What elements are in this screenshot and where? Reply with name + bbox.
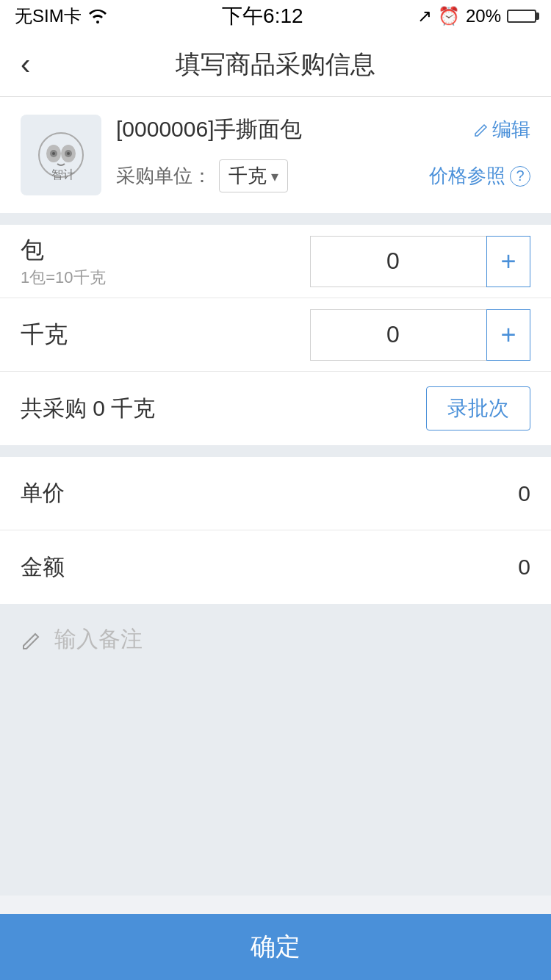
kg-input-row: 千克 +	[0, 298, 551, 372]
battery-percent: 20%	[466, 6, 501, 26]
amount-row: 金额 0	[0, 530, 551, 604]
back-button[interactable]: ‹	[21, 48, 30, 81]
status-bar: 无SIM卡 下午6:12 ↗ ⏰ 20%	[0, 0, 551, 32]
product-image: 智计	[21, 115, 101, 195]
bottom-area	[0, 675, 551, 896]
unit-price-label: 单价	[21, 478, 65, 508]
alarm-icon: ⏰	[438, 6, 460, 26]
edit-icon	[473, 122, 489, 138]
product-name-row: [0000006]手撕面包 编辑	[116, 115, 530, 145]
unit-select[interactable]: 千克 ▾	[219, 159, 288, 192]
product-logo: 智计	[32, 126, 90, 184]
kg-plus-button[interactable]: +	[486, 309, 530, 361]
status-time: 下午6:12	[222, 2, 303, 30]
confirm-button-label: 确定	[251, 930, 300, 964]
location-icon: ↗	[417, 6, 432, 26]
carrier-text: 无SIM卡	[15, 4, 82, 28]
unit-label: 采购单位：	[116, 163, 212, 189]
bag-label: 包 1包=10千克	[21, 234, 109, 289]
remark-input[interactable]: 输入备注	[54, 624, 143, 655]
kg-label: 千克	[21, 319, 109, 351]
unit-price-row: 单价 0	[0, 457, 551, 530]
edit-button[interactable]: 编辑	[473, 117, 530, 143]
bag-input-right: +	[109, 236, 530, 287]
total-row: 共采购 0 千克 录批次	[0, 372, 551, 445]
price-info-section: 单价 0 金额 0	[0, 457, 551, 604]
battery-icon	[507, 10, 536, 23]
price-ref-button[interactable]: 价格参照 ?	[429, 163, 530, 189]
unit-row: 采购单位： 千克 ▾ 价格参照 ?	[116, 159, 530, 192]
bag-quantity-input[interactable]	[310, 236, 486, 287]
status-left: 无SIM卡	[15, 4, 108, 28]
help-icon: ?	[510, 166, 530, 187]
svg-text:智计: 智计	[51, 168, 75, 181]
unit-value: 千克	[228, 163, 267, 189]
batch-button[interactable]: 录批次	[426, 386, 530, 430]
bag-plus-button[interactable]: +	[486, 236, 530, 287]
nav-bar: ‹ 填写商品采购信息	[0, 32, 551, 97]
confirm-button[interactable]: 确定	[0, 914, 551, 980]
amount-value: 0	[518, 555, 530, 580]
input-section: 包 1包=10千克 + 千克 +	[0, 225, 551, 372]
remark-section[interactable]: 输入备注	[0, 604, 551, 675]
product-info: [0000006]手撕面包 编辑 采购单位： 千克 ▾ 价格参照 ?	[116, 115, 530, 192]
product-card: 智计 [0000006]手撕面包 编辑 采购单位： 千克 ▾ 价格参照	[0, 97, 551, 213]
wifi-icon	[87, 9, 108, 24]
section-divider-2	[0, 445, 551, 457]
kg-input-right: +	[109, 309, 530, 361]
page-title: 填写商品采购信息	[176, 48, 375, 82]
svg-point-5	[52, 152, 55, 155]
kg-quantity-input[interactable]	[310, 309, 486, 361]
product-name: [0000006]手撕面包	[116, 115, 302, 145]
bag-input-row: 包 1包=10千克 +	[0, 225, 551, 298]
amount-label: 金额	[21, 552, 65, 583]
chevron-down-icon: ▾	[271, 167, 278, 185]
pencil-icon	[21, 628, 44, 652]
total-text: 共采购 0 千克	[21, 394, 155, 424]
svg-point-6	[67, 152, 70, 155]
section-divider-1	[0, 213, 551, 225]
status-right: ↗ ⏰ 20%	[417, 6, 536, 26]
unit-price-value: 0	[518, 481, 530, 506]
